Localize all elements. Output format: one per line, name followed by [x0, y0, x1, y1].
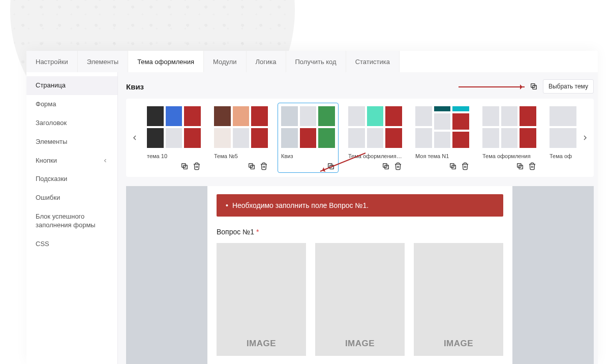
copy-icon[interactable] — [516, 162, 524, 170]
theme-card-name: Тема оф — [550, 153, 576, 159]
chevron-left-icon — [102, 158, 108, 164]
image-option-2[interactable]: IMAGE — [414, 243, 503, 356]
theme-card-name: Тема №5 — [214, 153, 268, 159]
copy-icon[interactable] — [248, 162, 256, 170]
image-options-row: IMAGEIMAGEIMAGE — [217, 243, 503, 356]
sidebar-item-2[interactable]: Заголовок — [26, 114, 117, 133]
trash-icon[interactable] — [394, 162, 402, 170]
theme-card-4[interactable]: Моя тема N1 — [412, 103, 473, 173]
trash-icon[interactable] — [260, 162, 268, 170]
tab-2[interactable]: Тема оформления — [128, 51, 204, 72]
theme-card-name: Моя тема N1 — [415, 153, 469, 159]
theme-card-name: Тема оформления — [482, 153, 536, 159]
sidebar-item-0[interactable]: Страница — [26, 76, 117, 95]
content-area: Квиз Выбрать тему тема 10Тема №5КвизТема… — [118, 72, 598, 364]
preview-side-right — [512, 186, 594, 364]
carousel-next[interactable] — [576, 103, 594, 173]
copy-icon[interactable] — [180, 162, 189, 170]
theme-carousel: тема 10Тема №5КвизТема оформления (...Мо… — [126, 99, 594, 177]
sidebar-item-4[interactable]: Кнопки — [26, 151, 117, 170]
annotation-arrow-top — [459, 86, 525, 87]
trash-icon[interactable] — [193, 162, 201, 170]
sidebar-item-1[interactable]: Форма — [26, 95, 117, 114]
theme-card-name: Квиз — [281, 153, 335, 159]
theme-card-6[interactable]: Тема оф — [546, 103, 576, 173]
question-label: Вопрос №1 * — [217, 228, 503, 236]
theme-card-0[interactable]: тема 10 — [143, 103, 204, 173]
required-mark: * — [256, 228, 259, 236]
preview-main: Необходимо заполнить поле Вопрос №1. Воп… — [207, 186, 512, 364]
error-message: Необходимо заполнить поле Вопрос №1. — [217, 194, 503, 217]
sidebar-item-7[interactable]: Блок успешного заполнения формы — [26, 207, 117, 235]
tab-3[interactable]: Модули — [204, 51, 247, 72]
sidebar-item-5[interactable]: Подсказки — [26, 170, 117, 189]
sidebar-item-8[interactable]: CSS — [26, 235, 117, 254]
copy-icon[interactable] — [382, 162, 390, 170]
tab-5[interactable]: Получить код — [286, 51, 346, 72]
page-title: Квиз — [126, 82, 144, 91]
carousel-prev[interactable] — [126, 103, 143, 173]
tab-6[interactable]: Статистика — [346, 51, 400, 72]
copy-icon[interactable] — [530, 82, 538, 90]
theme-card-1[interactable]: Тема №5 — [210, 103, 271, 173]
sidebar: СтраницаФормаЗаголовокЭлементыКнопкиПодс… — [26, 72, 118, 364]
select-theme-button[interactable]: Выбрать тему — [543, 79, 594, 94]
content-header: Квиз Выбрать тему — [126, 79, 598, 94]
tab-0[interactable]: Настройки — [26, 51, 78, 72]
tab-4[interactable]: Логика — [247, 51, 286, 72]
top-tabs: НастройкиЭлементыТема оформленияМодулиЛо… — [26, 51, 598, 72]
app-panel: НастройкиЭлементыТема оформленияМодулиЛо… — [26, 51, 598, 364]
image-option-0[interactable]: IMAGE — [217, 243, 306, 356]
panel-body: СтраницаФормаЗаголовокЭлементыКнопкиПодс… — [26, 72, 598, 364]
preview-area: Необходимо заполнить поле Вопрос №1. Воп… — [126, 186, 594, 364]
tab-1[interactable]: Элементы — [78, 51, 128, 72]
theme-card-5[interactable]: Тема оформления — [479, 103, 540, 173]
theme-card-3[interactable]: Тема оформления (... — [345, 103, 406, 173]
preview-side-left — [126, 186, 207, 364]
header-actions: Выбрать тему — [459, 79, 594, 94]
sidebar-item-6[interactable]: Ошибки — [26, 189, 117, 207]
copy-icon[interactable] — [449, 162, 457, 170]
image-option-1[interactable]: IMAGE — [315, 243, 405, 356]
theme-card-name: тема 10 — [147, 153, 201, 159]
theme-card-2[interactable]: Квиз — [278, 103, 339, 173]
trash-icon[interactable] — [528, 162, 536, 170]
trash-icon[interactable] — [461, 162, 469, 170]
sidebar-item-3[interactable]: Элементы — [26, 133, 117, 151]
